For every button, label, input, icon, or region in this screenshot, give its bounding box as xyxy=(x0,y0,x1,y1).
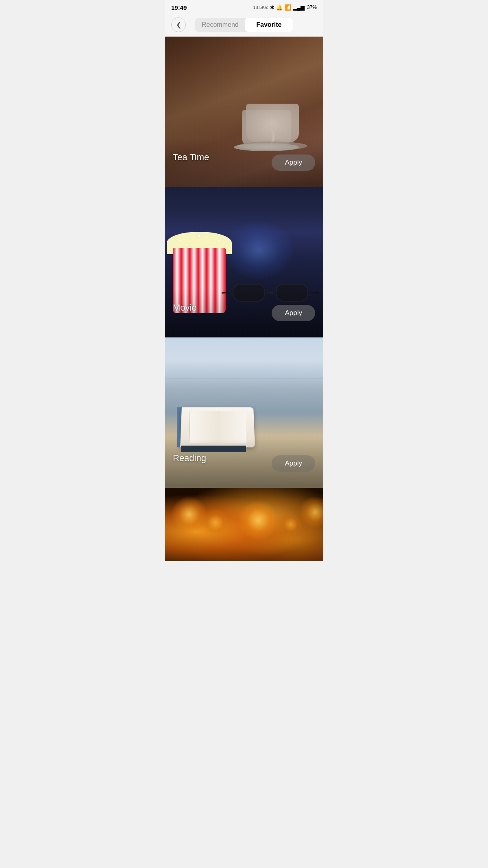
scene-card-reading: Reading Apply xyxy=(165,337,323,488)
wifi-icon: 📶 xyxy=(284,4,291,11)
tab-recommend[interactable]: Recommend xyxy=(195,18,245,32)
back-icon: ❮ xyxy=(176,22,181,28)
horizon-line xyxy=(165,378,323,379)
bokeh-3 xyxy=(238,500,279,541)
status-time: 19:49 xyxy=(171,4,187,11)
scene-card-movie: Movie Apply xyxy=(165,187,323,337)
scene-card-bokeh xyxy=(165,488,323,561)
bluetooth-icon: ✱ xyxy=(270,4,274,11)
scene-card-tea-time: Tea Time Apply xyxy=(165,37,323,187)
tab-switcher: Recommend Favorite xyxy=(195,18,293,32)
reading-apply-button[interactable]: Apply xyxy=(272,455,315,472)
tea-time-label: Tea Time xyxy=(173,152,209,163)
status-bar: 19:49 18.5K/c ✱ 🔔 📶 ▂▄▆ 37% xyxy=(165,0,323,15)
tea-time-apply-button[interactable]: Apply xyxy=(272,154,315,171)
movie-glow xyxy=(222,220,295,281)
mute-icon: 🔔 xyxy=(276,4,283,11)
back-button[interactable]: ❮ xyxy=(171,17,186,32)
bokeh-2 xyxy=(201,508,230,537)
reading-label: Reading xyxy=(173,453,206,463)
movie-label: Movie xyxy=(173,302,197,313)
status-icons: 18.5K/c ✱ 🔔 📶 ▂▄▆ 37% xyxy=(253,4,317,11)
scenes-container: Tea Time Apply Movie Apply xyxy=(165,37,323,561)
movie-apply-button[interactable]: Apply xyxy=(272,305,315,321)
battery-text: 37% xyxy=(307,4,317,10)
nav-bar: ❮ Recommend Favorite xyxy=(165,15,323,37)
signal-icon: ▂▄▆ xyxy=(293,4,305,11)
tab-favorite[interactable]: Favorite xyxy=(245,18,293,32)
network-text: 18.5K/c xyxy=(253,5,268,10)
